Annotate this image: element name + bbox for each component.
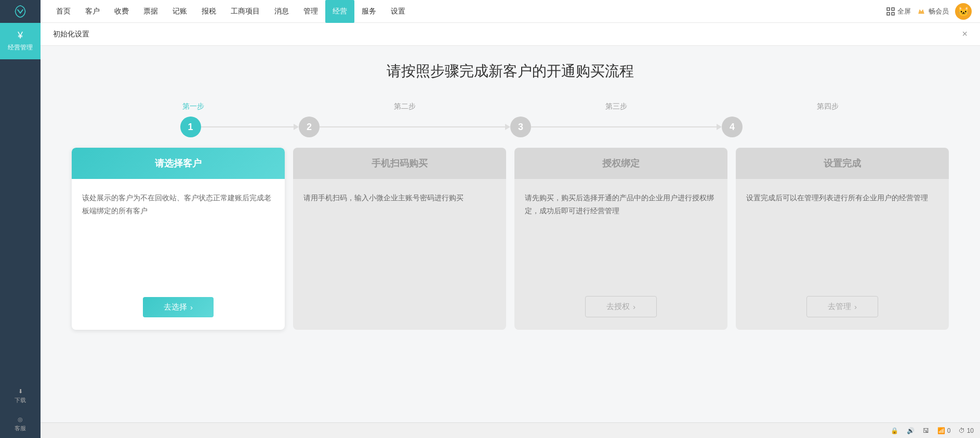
nav-tax[interactable]: 报税 — [194, 0, 223, 23]
step-label-3: 第三步 — [605, 102, 627, 111]
sidebar-logo — [0, 0, 41, 23]
svg-marker-4 — [919, 10, 924, 14]
card-footer-3: 去授权 › — [514, 288, 727, 330]
connector-3-4 — [531, 126, 717, 127]
step-btn-4[interactable]: 去管理 › — [806, 296, 878, 317]
user-avatar[interactable]: 🐱 — [955, 3, 972, 20]
step-header-2: 第二步 2 — [299, 102, 510, 137]
nav-bizitems[interactable]: 工商项目 — [223, 0, 267, 23]
sidebar-item-label: 经营管理 — [8, 43, 33, 52]
main-content: 初始化设置 × 请按照步骤完成新客户的开通购买流程 第一步 1 第二步 2 — [41, 23, 980, 422]
card-body-3: 请先购买，购买后选择开通的产品中的企业用户进行授权绑定，成功后即可进行经营管理 — [514, 179, 727, 288]
btn-arrow-4: › — [854, 302, 857, 311]
step-btn-3[interactable]: 去授权 › — [585, 296, 657, 317]
connector-2-3 — [320, 126, 505, 127]
card-header-3: 授权绑定 — [514, 148, 727, 179]
btn-label-3: 去授权 — [606, 302, 630, 312]
volume-icon: 🔊 — [907, 427, 915, 434]
step-header-3: 第三步 3 — [510, 102, 722, 137]
step-circle-4: 4 — [722, 117, 743, 137]
step-circle-2: 2 — [299, 117, 320, 137]
shield-icon: 🔒 — [891, 427, 898, 434]
fullscreen-btn[interactable]: 全屏 — [886, 7, 911, 16]
download-label: 下载 — [15, 396, 26, 404]
step-circle-1: 1 — [180, 117, 201, 137]
nav-customer[interactable]: 客户 — [78, 0, 107, 23]
yuan-icon: ¥ — [18, 30, 23, 41]
status-bar: ▶ 完成 🔒 🔊 🖫 📶 0 ⏱ 10 — [0, 422, 980, 438]
vip-btn[interactable]: 畅会员 — [917, 7, 949, 16]
top-nav-right: 全屏 畅会员 🐱 — [886, 3, 972, 20]
init-content: 请按照步骤完成新客户的开通购买流程 第一步 1 第二步 2 — [41, 46, 980, 345]
card-footer-1: 去选择 › — [72, 289, 285, 330]
sidebar-bottom: ⬇ 下载 ◎ 客服 — [0, 382, 41, 438]
support-icon: ◎ — [18, 416, 23, 423]
page-title: 初始化设置 — [53, 30, 89, 39]
nav-manage[interactable]: 管理 — [296, 0, 325, 23]
download-icon: ⬇ — [18, 388, 23, 395]
nav-homepage[interactable]: 首页 — [49, 0, 78, 23]
nav-invoice[interactable]: 票据 — [136, 0, 165, 23]
nav-settings[interactable]: 设置 — [383, 0, 413, 23]
svg-rect-0 — [887, 8, 890, 10]
step-label-2: 第二步 — [394, 102, 416, 111]
step-label-4: 第四步 — [817, 102, 839, 111]
card-header-1: 请选择客户 — [72, 148, 285, 179]
step-card-2: 手机扫码购买 请用手机扫码，输入小微企业主账号密码进行购买 — [293, 148, 506, 330]
vip-label: 畅会员 — [929, 7, 949, 15]
page-header: 初始化设置 × — [41, 23, 980, 46]
connector-arrow-3 — [717, 124, 722, 130]
step-header-4: 第四步 4 — [722, 102, 933, 137]
top-nav: 首页 客户 收费 票据 记账 报税 工商项目 消息 管理 经营 服务 设置 全屏… — [41, 0, 980, 23]
card-footer-2 — [293, 309, 506, 330]
step-circle-3: 3 — [510, 117, 531, 137]
step-btn-1[interactable]: 去选择 › — [143, 297, 214, 317]
timer-status: ⏱ 10 — [959, 427, 974, 434]
card-header-2: 手机扫码购买 — [293, 148, 506, 179]
step-card-3: 授权绑定 请先购买，购买后选择开通的产品中的企业用户进行授权绑定，成功后即可进行… — [514, 148, 727, 330]
btn-label-4: 去管理 — [828, 302, 851, 312]
card-header-4: 设置完成 — [736, 148, 949, 179]
svg-rect-1 — [892, 8, 894, 10]
init-heading: 请按照步骤完成新客户的开通购买流程 — [72, 61, 949, 81]
svg-rect-2 — [887, 12, 890, 15]
close-button[interactable]: × — [962, 29, 968, 40]
support-label: 客服 — [15, 424, 26, 432]
nav-service[interactable]: 服务 — [354, 0, 383, 23]
svg-rect-3 — [892, 12, 894, 15]
nav-fee[interactable]: 收费 — [107, 0, 136, 23]
btn-label-1: 去选择 — [164, 302, 187, 312]
card-footer-4: 去管理 › — [736, 288, 949, 330]
sidebar-support[interactable]: ◎ 客服 — [0, 410, 41, 438]
card-body-4: 设置完成后可以在管理列表进行所有企业用户的经营管理 — [736, 179, 949, 288]
step-card-4: 设置完成 设置完成后可以在管理列表进行所有企业用户的经营管理 去管理 › — [736, 148, 949, 330]
step-header-1: 第一步 1 — [87, 102, 299, 137]
card-body-2: 请用手机扫码，输入小微企业主账号密码进行购买 — [293, 179, 506, 309]
steps-header: 第一步 1 第二步 2 第三步 — [72, 102, 949, 137]
connector-arrow-1 — [294, 124, 299, 130]
sidebar-download[interactable]: ⬇ 下载 — [0, 382, 41, 410]
nav-message[interactable]: 消息 — [267, 0, 296, 23]
fullscreen-label: 全屏 — [897, 7, 911, 15]
sidebar: ¥ 经营管理 ⬇ 下载 ◎ 客服 — [0, 0, 41, 438]
cards-row: 请选择客户 该处展示的客户为不在回收站、客户状态正常建账后完成老板端绑定的所有客… — [72, 148, 949, 330]
step-card-1: 请选择客户 该处展示的客户为不在回收站、客户状态正常建账后完成老板端绑定的所有客… — [72, 148, 285, 330]
status-bar-right: 🔒 🔊 🖫 📶 0 ⏱ 10 — [891, 427, 974, 434]
connector-arrow-2 — [505, 124, 510, 130]
btn-arrow-3: › — [633, 302, 635, 311]
connector-1-2 — [201, 126, 294, 127]
btn-arrow-1: › — [190, 303, 193, 312]
network-status: 📶 0 — [937, 427, 950, 434]
nav-operation[interactable]: 经营 — [325, 0, 354, 23]
nav-accounting[interactable]: 记账 — [165, 0, 194, 23]
save-icon: 🖫 — [923, 427, 929, 434]
card-body-1: 该处展示的客户为不在回收站、客户状态正常建账后完成老板端绑定的所有客户 — [72, 179, 285, 289]
step-label-1: 第一步 — [182, 102, 204, 111]
sidebar-item-jingying[interactable]: ¥ 经营管理 — [0, 23, 41, 59]
